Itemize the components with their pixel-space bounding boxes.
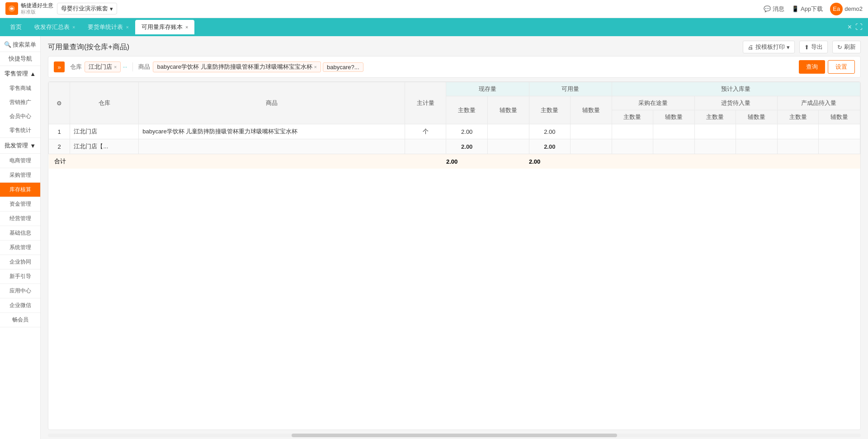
- avatar: Ea: [830, 3, 843, 15]
- download-label: App下载: [801, 5, 823, 13]
- sidebar-search[interactable]: 🔍 搜索菜单: [0, 36, 40, 52]
- cell-pur-aux-1: [653, 124, 695, 139]
- main-layout: 🔍 搜索菜单 快捷导航 零售管理 ▲ 零售商城 营销推广 会员中心 零售统计 批…: [0, 36, 868, 439]
- message-label: 消息: [773, 5, 784, 13]
- page-actions: 🖨 按模板打印 ▾ ⬆ 导出 ↻ 刷新: [743, 41, 861, 53]
- sidebar-item-newguide[interactable]: 新手引导: [0, 269, 40, 283]
- sidebar-header-retail[interactable]: 零售管理 ▲: [0, 66, 40, 81]
- sidebar-section-wechat: 企业微信: [0, 298, 40, 313]
- user-menu[interactable]: Ea demo2: [830, 3, 863, 15]
- cell-inc-main-1: [694, 124, 736, 139]
- sidebar-item-enterprise[interactable]: 企业协同: [0, 255, 40, 269]
- retail-arrow-icon: ▲: [30, 71, 36, 77]
- product-tag-close[interactable]: ×: [314, 64, 317, 70]
- cell-stock-aux-1: [487, 124, 529, 139]
- sidebar-section-wholesale: 批发管理 ▼: [0, 138, 40, 154]
- scrollbar-thumb[interactable]: [292, 434, 617, 437]
- print-button[interactable]: 🖨 按模板打印 ▾: [743, 41, 795, 53]
- refresh-label: 刷新: [844, 43, 856, 51]
- tab-receipt[interactable]: 收发存汇总表 ×: [28, 20, 81, 34]
- th-incoming: 进货待入量: [694, 96, 777, 110]
- cell-stock-main-1: 2.00: [446, 124, 488, 139]
- horizontal-scrollbar[interactable]: [48, 434, 861, 437]
- sidebar-item-purchase[interactable]: 采购管理: [0, 168, 40, 182]
- brand-icon: [5, 2, 18, 15]
- sidebar-quick-nav[interactable]: 快捷导航: [0, 52, 40, 66]
- cell-product-1: babycare学饮杯 儿童防摔防撞吸管杯重力球吸嘴杯宝宝水杯: [139, 124, 405, 139]
- sidebar-item-appcenter[interactable]: 应用中心: [0, 284, 40, 298]
- th-product: 商品: [139, 82, 405, 124]
- warehouse-tags: 江北门店 × ···: [85, 61, 127, 72]
- th-pur-aux: 辅数量: [653, 110, 695, 124]
- filter-divider: [132, 62, 133, 71]
- top-bar-left: 畅捷通好生意 标准版 母婴行业演示账套 ▾: [5, 2, 117, 15]
- sidebar-item-wechat[interactable]: 企业微信: [0, 298, 40, 312]
- sidebar-item-system[interactable]: 系统管理: [0, 241, 40, 255]
- table-wrapper: ⚙ 仓库 商品 主计量 现存量 可用量 预计入库量 主数量 辅数量 主数量 辅数…: [48, 81, 861, 430]
- sidebar-section-inventory: 库存核算: [0, 183, 40, 197]
- cell-avail-main-1: 2.00: [529, 124, 571, 139]
- tab-stock[interactable]: 可用量库存账本 ×: [135, 20, 194, 34]
- sidebar-item-marketing[interactable]: 营销推广: [0, 95, 40, 109]
- cell-no-1: 1: [49, 124, 70, 139]
- query-button[interactable]: 查询: [799, 60, 825, 74]
- cell-prod-aux-1: [819, 124, 860, 139]
- warehouse-tag-close[interactable]: ×: [114, 64, 117, 70]
- cell-stock-aux-2: [487, 139, 529, 154]
- cell-pur-aux-2: [653, 139, 695, 154]
- warehouse-filter-group: 仓库 江北门店 × ···: [70, 61, 127, 72]
- refresh-button[interactable]: ↻ 刷新: [832, 41, 861, 53]
- th-avail-main: 主数量: [529, 96, 571, 124]
- tab-receipt-close[interactable]: ×: [72, 24, 75, 30]
- th-stock-aux: 辅数量: [487, 96, 529, 124]
- cell-avail-aux-1: [571, 124, 612, 139]
- settings-button[interactable]: 设置: [828, 60, 855, 74]
- cell-pur-main-2: [612, 139, 653, 154]
- expand-icon: »: [57, 64, 61, 71]
- sidebar-item-inventory[interactable]: 库存核算: [0, 183, 40, 197]
- sidebar-section-enterprise: 企业协同: [0, 255, 40, 269]
- sidebar-item-basics[interactable]: 基础信息: [0, 226, 40, 240]
- product-tag-babycare: babycare学饮杯 儿童防摔防撞吸管杯重力球吸嘴杯宝宝水杯 ×: [153, 61, 321, 72]
- tab-stock-close[interactable]: ×: [185, 24, 188, 30]
- maximize-button[interactable]: ⛶: [855, 23, 863, 31]
- data-table: ⚙ 仓库 商品 主计量 现存量 可用量 预计入库量 主数量 辅数量 主数量 辅数…: [48, 82, 860, 169]
- th-stock-main: 主数量: [446, 96, 488, 124]
- cell-prod-main-1: [777, 124, 819, 139]
- tab-order-label: 要货单统计表: [88, 23, 123, 31]
- sidebar: 🔍 搜索菜单 快捷导航 零售管理 ▲ 零售商城 营销推广 会员中心 零售统计 批…: [0, 36, 41, 439]
- print-label: 按模板打印: [755, 43, 785, 51]
- tab-home[interactable]: 首页: [4, 20, 28, 34]
- tab-order-close[interactable]: ×: [126, 24, 128, 30]
- sidebar-item-retail-stats[interactable]: 零售统计: [0, 123, 40, 137]
- table-row: 2 江北门店【... 2.00 2.00: [49, 139, 860, 154]
- product-tag-babycare2: babycare?...: [323, 62, 363, 72]
- export-button[interactable]: ⬆ 导出: [799, 41, 828, 53]
- warehouse-more[interactable]: ···: [123, 64, 127, 70]
- th-settings-icon[interactable]: ⚙: [49, 82, 70, 124]
- sidebar-item-operations[interactable]: 经营管理: [0, 212, 40, 226]
- th-available-group: 可用量: [529, 82, 612, 96]
- sidebar-item-retail-shop[interactable]: 零售商城: [0, 81, 40, 95]
- th-forecast-group: 预计入库量: [612, 82, 860, 96]
- cell-avail-aux-2: [571, 139, 612, 154]
- expand-filter-button[interactable]: »: [54, 61, 65, 72]
- sidebar-header-wholesale[interactable]: 批发管理 ▼: [0, 138, 40, 153]
- app-download-button[interactable]: 📱 App下载: [792, 5, 823, 13]
- sidebar-section-retail: 零售管理 ▲ 零售商城 营销推广 会员中心 零售统计: [0, 66, 40, 138]
- sidebar-item-member-center[interactable]: 会员中心: [0, 109, 40, 123]
- sidebar-item-ecommerce[interactable]: 电商管理: [0, 154, 40, 168]
- page-header: 可用量查询(按仓库+商品) 🖨 按模板打印 ▾ ⬆ 导出 ↻ 刷新: [41, 36, 868, 56]
- message-button[interactable]: 💬 消息: [764, 5, 784, 13]
- tab-bar: 首页 收发存汇总表 × 要货单统计表 × 可用量库存账本 × × ⛶: [0, 18, 868, 36]
- tab-order[interactable]: 要货单统计表 ×: [81, 20, 135, 34]
- product-filter-group: 商品 babycare学饮杯 儿童防摔防撞吸管杯重力球吸嘴杯宝宝水杯 × bab…: [138, 61, 363, 72]
- content-area: 可用量查询(按仓库+商品) 🖨 按模板打印 ▾ ⬆ 导出 ↻ 刷新: [41, 36, 868, 439]
- close-all-tabs-button[interactable]: ×: [848, 23, 852, 31]
- brand-sub: 标准版: [21, 9, 53, 15]
- sidebar-item-member[interactable]: 畅会员: [0, 313, 40, 327]
- account-selector[interactable]: 母婴行业演示账套 ▾: [57, 3, 117, 14]
- brand-name: 畅捷通好生意: [21, 2, 53, 9]
- sidebar-item-finance[interactable]: 资金管理: [0, 197, 40, 211]
- product-tag-label: babycare学饮杯 儿童防摔防撞吸管杯重力球吸嘴杯宝宝水杯: [157, 63, 312, 71]
